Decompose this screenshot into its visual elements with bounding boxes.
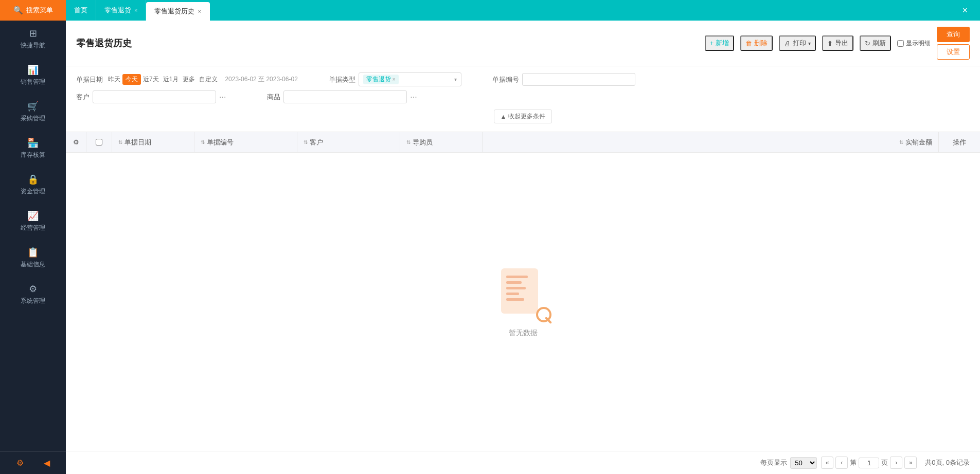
filter-row-1: 单据日期 昨天 今天 近7天 近1月 更多 自定义 2023-06-02 至 2… [76, 72, 970, 86]
date-filter-item: 单据日期 昨天 今天 近7天 近1月 更多 自定义 2023-06-02 至 2… [76, 74, 298, 85]
last-page-btn[interactable]: » [904, 457, 917, 469]
goods-search-icon[interactable]: ··· [410, 93, 417, 102]
collapse-icon: ▲ [501, 113, 507, 120]
table-area: ⚙ ⇅ 单据日期 ⇅ 单据编号 ⇅ 客户 ⇅ [66, 132, 980, 451]
top-bar-right: × [958, 3, 980, 18]
sidebar-item-sales[interactable]: 📊 销售管理 [0, 57, 66, 94]
date-opt-last-month[interactable]: 近1月 [161, 74, 181, 85]
first-page-btn[interactable]: « [821, 457, 833, 469]
sidebar-menu-icon[interactable]: ◀ [44, 458, 50, 468]
sidebar-item-operations[interactable]: 📈 经营管理 [0, 203, 66, 240]
bill-type-dropdown-icon: ▾ [454, 77, 457, 82]
main-layout: ⊞ 快捷导航 📊 销售管理 🛒 采购管理 🏪 库存核算 🔒 资金管理 📈 经营管… [0, 21, 980, 474]
table-col-customer: ⇅ 客户 [297, 132, 400, 152]
sort-bill-no-icon[interactable]: ⇅ [201, 139, 205, 145]
select-all-checkbox[interactable] [96, 139, 102, 145]
sidebar: ⊞ 快捷导航 📊 销售管理 🛒 采购管理 🏪 库存核算 🔒 资金管理 📈 经营管… [0, 21, 66, 474]
table-header: ⚙ ⇅ 单据日期 ⇅ 单据编号 ⇅ 客户 ⇅ [66, 132, 980, 153]
collapse-filter-btn[interactable]: ▲ 收起更多条件 [494, 110, 553, 123]
sidebar-item-finance-label: 资金管理 [21, 187, 45, 196]
sales-icon: 📊 [27, 64, 39, 76]
date-opt-yesterday[interactable]: 昨天 [106, 74, 122, 85]
bill-type-label: 单据类型 [329, 75, 355, 84]
search-menu-btn[interactable]: 🔍 搜索菜单 [0, 0, 66, 21]
tab-retail-return-history[interactable]: 零售退货历史 × [146, 2, 209, 21]
goods-input[interactable] [283, 90, 407, 103]
bill-type-tag-text: 零售退货 [366, 75, 391, 84]
tab-home[interactable]: 首页 [66, 0, 96, 21]
doc-line-2 [506, 281, 522, 284]
sort-guide-icon[interactable]: ⇅ [406, 139, 411, 145]
settings-btn[interactable]: 设置 [937, 44, 970, 60]
date-opt-last7[interactable]: 近7天 [141, 74, 161, 85]
sort-amount-icon[interactable]: ⇅ [899, 139, 903, 145]
bill-type-selector[interactable]: 零售退货 × ▾ [359, 72, 461, 86]
sort-customer-icon[interactable]: ⇅ [304, 139, 308, 145]
table-settings-icon[interactable]: ⚙ [73, 138, 79, 146]
prev-page-btn[interactable]: ‹ [835, 457, 848, 469]
print-btn[interactable]: 🖨 打印 ▾ [779, 35, 816, 51]
date-opt-more[interactable]: 更多 [181, 74, 197, 85]
page-number-input[interactable] [859, 458, 879, 468]
empty-state: 暂无数据 [495, 266, 551, 338]
table-settings-col[interactable]: ⚙ [66, 132, 86, 152]
date-opt-today[interactable]: 今天 [122, 74, 141, 85]
new-btn[interactable]: + 新增 [705, 35, 734, 51]
table-col-customer-label: 客户 [310, 138, 323, 147]
sidebar-item-inventory[interactable]: 🏪 库存核算 [0, 130, 66, 167]
print-icon: 🖨 [784, 40, 791, 47]
delete-btn[interactable]: 🗑 删除 [740, 35, 773, 51]
sidebar-item-basic-info[interactable]: 📋 基础信息 [0, 240, 66, 276]
customer-filter-item: 客户 ··· [76, 90, 226, 103]
tab-retail-return-history-close[interactable]: × [198, 8, 201, 14]
page-header: 零售退货历史 + 新增 🗑 删除 🖨 打印 ▾ ⬆ 导出 [66, 21, 980, 66]
per-page-select[interactable]: 50 10 20 100 [790, 457, 817, 469]
bill-type-tag: 零售退货 × [363, 75, 399, 84]
sidebar-item-operations-label: 经营管理 [21, 224, 45, 232]
date-opt-custom[interactable]: 自定义 [197, 74, 220, 85]
search-menu-label: 搜索菜单 [26, 6, 53, 15]
sidebar-item-quick-nav[interactable]: ⊞ 快捷导航 [0, 21, 66, 57]
tab-retail-return[interactable]: 零售退货 × [96, 0, 146, 21]
sidebar-item-system[interactable]: ⚙ 系统管理 [0, 276, 66, 313]
query-btn[interactable]: 查询 [937, 27, 970, 42]
empty-text: 暂无数据 [509, 329, 538, 338]
refresh-btn[interactable]: ↻ 刷新 [860, 35, 891, 51]
window-close-btn[interactable]: × [958, 3, 972, 18]
bill-no-filter-item: 单据编号 [492, 73, 635, 86]
export-icon: ⬆ [827, 40, 833, 47]
sidebar-item-finance[interactable]: 🔒 资金管理 [0, 167, 66, 203]
sidebar-item-purchase-label: 采购管理 [21, 114, 45, 123]
bill-no-input[interactable] [522, 73, 635, 86]
sort-date-icon[interactable]: ⇅ [118, 139, 122, 145]
table-body: 暂无数据 [66, 153, 980, 451]
collapse-label: 收起更多条件 [508, 112, 545, 121]
sidebar-item-sales-label: 销售管理 [21, 78, 45, 86]
table-col-amount: ⇅ 实销金额 [483, 132, 939, 152]
page-title: 零售退货历史 [76, 37, 132, 49]
next-page-btn[interactable]: › [890, 457, 902, 469]
sidebar-item-basic-info-label: 基础信息 [21, 260, 45, 269]
customer-search-icon[interactable]: ··· [219, 93, 226, 102]
sidebar-settings-icon[interactable]: ⚙ [16, 458, 24, 468]
sidebar-item-purchase[interactable]: 🛒 采购管理 [0, 94, 66, 130]
bill-type-remove-icon[interactable]: × [393, 77, 396, 82]
show-detail-checkbox[interactable] [897, 40, 904, 47]
per-page-selector: 每页显示 50 10 20 100 [760, 457, 817, 469]
filter-area: 单据日期 昨天 今天 近7天 近1月 更多 自定义 2023-06-02 至 2… [66, 66, 980, 132]
export-btn[interactable]: ⬆ 导出 [822, 35, 853, 51]
table-col-date-label: 单据日期 [124, 138, 151, 147]
doc-line-1 [506, 276, 528, 278]
date-range-display: 2023-06-02 至 2023-06-02 [225, 75, 297, 84]
customer-input[interactable] [93, 90, 216, 103]
table-checkbox-col [86, 132, 112, 152]
tab-retail-return-close[interactable]: × [134, 7, 137, 13]
show-detail-text: 显示明细 [906, 39, 931, 48]
table-col-bill-no: ⇅ 单据编号 [194, 132, 297, 152]
tab-bar: 首页 零售退货 × 零售退货历史 × [66, 0, 958, 21]
doc-lines [501, 268, 538, 308]
bill-no-label: 单据编号 [492, 75, 519, 84]
table-col-amount-label: 实销金额 [905, 138, 932, 147]
table-col-op-label: 操作 [953, 138, 966, 147]
new-btn-label: + 新增 [710, 39, 729, 48]
